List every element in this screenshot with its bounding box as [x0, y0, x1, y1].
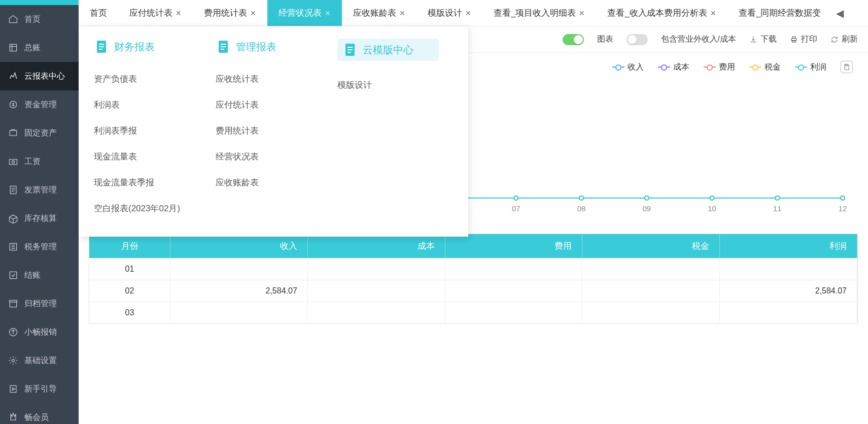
svg-rect-13: [791, 38, 796, 41]
download-button[interactable]: 下载: [749, 34, 777, 45]
close-icon[interactable]: ✕: [465, 9, 471, 17]
sidebar-item-reports[interactable]: 云报表中心: [0, 62, 79, 90]
mega-item[interactable]: 应收账龄表: [216, 170, 317, 195]
table-cell: 03: [89, 302, 170, 323]
reports-mega-menu: 财务报表资产负债表利润表利润表季报现金流量表现金流量表季报空白报表(2023年0…: [79, 26, 468, 237]
close-icon[interactable]: ✕: [250, 9, 256, 17]
mega-item[interactable]: 利润表: [94, 92, 195, 118]
legend-label: 成本: [673, 62, 689, 73]
mega-item[interactable]: 现金流量表: [94, 144, 195, 170]
table-header-cell: 费用: [445, 234, 583, 258]
legend-label: 税金: [765, 62, 781, 73]
sidebar-item-salary[interactable]: 工资: [0, 147, 79, 176]
sidebar-item-label: 固定资产: [24, 128, 57, 139]
sidebar-item-home[interactable]: 首页: [0, 5, 79, 34]
sidebar-item-member[interactable]: 畅会员: [0, 403, 79, 424]
refresh-button[interactable]: 刷新: [830, 34, 858, 45]
mega-header: 云模版中心: [337, 39, 439, 61]
legend-item[interactable]: 税金: [749, 62, 781, 73]
sidebar-item-label: 发票管理: [24, 185, 57, 195]
svg-text:08: 08: [577, 204, 586, 213]
tabs-scroll-left[interactable]: ◀: [832, 0, 848, 26]
table-cell: 2,584.07: [720, 280, 857, 302]
svg-point-4: [12, 160, 15, 163]
svg-rect-17: [99, 44, 104, 45]
print-button[interactable]: 打印: [790, 34, 817, 45]
svg-rect-21: [221, 44, 226, 45]
tab-5[interactable]: 模版设计✕: [416, 0, 482, 26]
svg-rect-0: [10, 44, 16, 51]
tab-7[interactable]: 查看_收入成本费用分析表✕: [596, 0, 727, 26]
svg-rect-27: [348, 52, 351, 53]
table-header-row: 月份收入成本费用税金利润: [89, 234, 857, 258]
sidebar-item-label: 工资: [24, 156, 41, 167]
legend-item[interactable]: 收入: [612, 62, 644, 73]
legend-label: 收入: [628, 62, 644, 73]
save-chart-button[interactable]: [841, 61, 853, 73]
tab-3[interactable]: 经营状况表✕: [267, 0, 342, 26]
tab-6[interactable]: 查看_项目收入明细表✕: [482, 0, 596, 26]
sidebar-item-archive[interactable]: 归档管理: [0, 289, 79, 318]
tab-4[interactable]: 应收账龄表✕: [342, 0, 416, 26]
table-cell: [445, 258, 583, 280]
mega-item[interactable]: 模版设计: [337, 72, 439, 98]
close-icon[interactable]: ✕: [325, 9, 331, 17]
legend-item[interactable]: 费用: [704, 62, 735, 73]
guide-icon: [8, 384, 18, 394]
mega-item[interactable]: 应收统计表: [216, 66, 317, 92]
sidebar-item-settings[interactable]: 基础设置: [0, 346, 79, 375]
invoice-icon: [8, 185, 18, 195]
sidebar-item-tax[interactable]: 税务管理: [0, 233, 79, 261]
svg-rect-25: [348, 47, 353, 48]
table-cell: [582, 302, 720, 323]
tab-2[interactable]: 费用统计表✕: [193, 0, 267, 26]
table-cell: [445, 280, 583, 302]
tab-8[interactable]: 查看_同期经营数据变: [727, 0, 832, 26]
table-cell: [170, 302, 308, 323]
mega-item[interactable]: 利润表季报: [94, 118, 195, 144]
table-cell: [308, 258, 445, 280]
tab-label: 应收账龄表: [353, 7, 396, 19]
mega-item[interactable]: 经营状况表: [216, 144, 317, 170]
chart-toggle[interactable]: [563, 34, 584, 45]
sidebar-item-invoice[interactable]: 发票管理: [0, 176, 79, 204]
ledger-icon: [8, 43, 18, 53]
legend-item[interactable]: 成本: [658, 62, 689, 73]
table-cell: 02: [89, 280, 170, 302]
sidebar: 首页总账云报表中心资金管理固定资产工资发票管理库存核算税务管理结账归档管理小畅报…: [0, 0, 79, 424]
sidebar-item-close[interactable]: 结账: [0, 261, 79, 289]
sidebar-item-expense[interactable]: 小畅报销: [0, 318, 79, 346]
svg-point-100: [710, 196, 714, 200]
mega-item[interactable]: 现金流量表季报: [94, 170, 195, 195]
close-icon[interactable]: ✕: [710, 9, 716, 17]
sidebar-item-label: 归档管理: [24, 299, 57, 309]
mega-item[interactable]: 费用统计表: [216, 118, 317, 144]
mega-item[interactable]: 空白报表(2023年02月): [94, 195, 195, 221]
sidebar-item-assets[interactable]: 固定资产: [0, 119, 79, 147]
legend-item[interactable]: 利润: [795, 62, 826, 73]
sidebar-item-label: 首页: [24, 14, 41, 25]
svg-point-97: [514, 196, 518, 200]
sidebar-item-inventory[interactable]: 库存核算: [0, 204, 79, 233]
svg-rect-28: [846, 64, 848, 66]
table-header-cell: 收入: [170, 234, 308, 258]
close-icon[interactable]: ✕: [176, 9, 182, 17]
inventory-icon: [8, 213, 18, 223]
tab-0[interactable]: 首页: [79, 0, 118, 26]
sidebar-item-ledger[interactable]: 总账: [0, 34, 79, 62]
close-icon[interactable]: ✕: [579, 9, 585, 17]
tax-icon: [8, 242, 18, 252]
close-icon[interactable]: ✕: [399, 9, 405, 17]
mega-item[interactable]: 资产负债表: [94, 66, 195, 92]
table-cell: [720, 302, 857, 323]
sidebar-item-guide[interactable]: 新手引导: [0, 375, 79, 403]
include-nonop-toggle[interactable]: [627, 34, 648, 45]
salary-icon: [8, 156, 18, 167]
expense-icon: [8, 327, 18, 337]
tab-1[interactable]: 应付统计表✕: [118, 0, 193, 26]
svg-rect-18: [99, 46, 104, 47]
sidebar-item-funds[interactable]: 资金管理: [0, 90, 79, 119]
svg-rect-19: [99, 49, 102, 50]
sidebar-item-label: 新手引导: [24, 384, 57, 395]
mega-item[interactable]: 应付统计表: [216, 92, 317, 118]
